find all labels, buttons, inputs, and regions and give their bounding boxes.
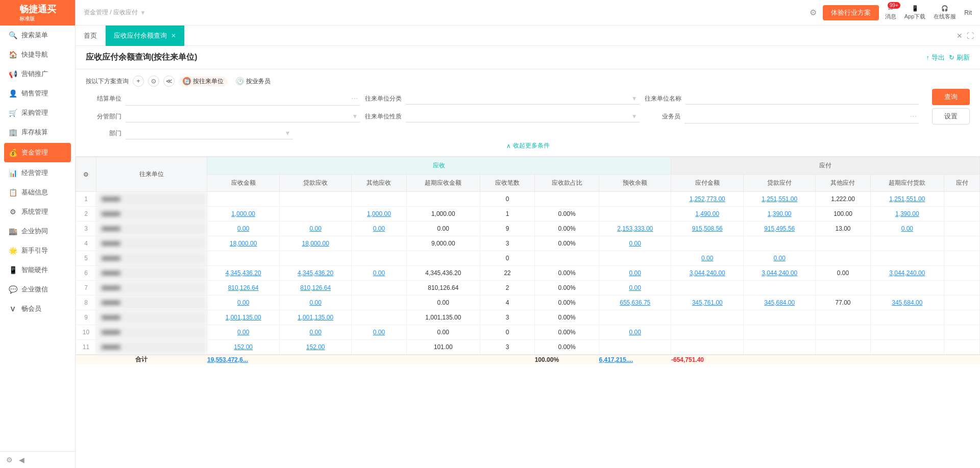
settings-btn[interactable]: 设置 — [932, 108, 970, 125]
filter-department: 分管部门 ▼ — [86, 110, 360, 124]
partner-name-cell: ■■■■■ — [96, 221, 207, 236]
page-header: 应收应付余额查询(按往来单位) ↑ 导出 ↻ 刷新 — [76, 46, 980, 69]
filter-fields-row1: 结算单位 ··· 往来单位分类 ▼ 往来单位名称 — [86, 92, 970, 106]
service-btn[interactable]: 🎧 在线客服 — [934, 5, 956, 20]
logo-sub: 标准版 — [19, 15, 56, 22]
partner-name-label: 往来单位名称 — [645, 94, 681, 103]
scheme-by-partner[interactable]: 🔄 按往来单位 — [179, 76, 228, 87]
refresh-btn[interactable]: ↻ 刷新 — [949, 53, 970, 62]
sidebar-item-hardware[interactable]: 📱 智能硬件 — [0, 260, 75, 280]
scheme-icon-salesman: 🕐 — [236, 77, 244, 85]
header-gear-icon[interactable]: ⚙ — [810, 8, 817, 17]
tab-receivable[interactable]: 应收应付余额查询 ✕ — [106, 26, 185, 46]
footer-advance-balance[interactable]: 6,417,215.... — [599, 355, 671, 364]
partner-name-cell: ■■■■■ — [96, 192, 207, 207]
chevron-down-icon: ▼ — [140, 9, 146, 16]
settlement-dots-icon[interactable]: ··· — [351, 94, 358, 103]
partner-name-cell: ■■■■■ — [96, 295, 207, 310]
th-overdue-payable: 超期应付货款 — [870, 175, 944, 192]
footer-receivable-ratio: 100.00% — [535, 355, 599, 364]
query-btn[interactable]: 查询 — [932, 89, 970, 105]
footer-other-payable — [816, 355, 870, 364]
main-content: 应收应付余额查询(按往来单位) ↑ 导出 ↻ 刷新 按以下方案查询 + ⊙ ≪ … — [76, 46, 980, 468]
sidebar-item-marketing[interactable]: 📢 营销推广 — [0, 64, 75, 84]
filter-scheme-row: 按以下方案查询 + ⊙ ≪ 🔄 按往来单位 🕐 按业务员 — [86, 76, 970, 87]
settlement-unit-input[interactable]: ··· — [126, 92, 360, 106]
settlement-unit-label: 结算单位 — [86, 94, 121, 103]
partner-name-cell: ■■■■■ — [96, 340, 207, 355]
sidebar-item-purchase[interactable]: 🛒 采购管理 — [0, 103, 75, 122]
header: 资金管理 / 应收应付 ▼ ⚙ 体验行业方案 ✉ 99+ 消息 📱 App下载 … — [76, 0, 980, 26]
refresh-icon: ↻ — [949, 54, 954, 61]
user-avatar[interactable]: Rit — [964, 9, 972, 16]
table-row: 6■■■■■4,345,436.204,345,436.200.004,345,… — [76, 266, 980, 281]
page-actions: ↑ 导出 ↻ 刷新 — [926, 53, 970, 62]
partner-name-cell: ■■■■■ — [96, 236, 207, 251]
department-input[interactable]: ▼ — [126, 111, 360, 122]
table-row: 4■■■■■18,000.0018,000.009,000.0030.00%0.… — [76, 236, 980, 251]
page-title: 应收应付余额查询(按往来单位) — [86, 52, 198, 63]
sidebar-item-member[interactable]: V 畅会员 — [0, 299, 75, 318]
chevron-up-icon: ∧ — [506, 142, 511, 150]
table-settings-icon[interactable]: ⚙ — [83, 171, 89, 178]
partner-nature-input[interactable]: ▼ — [406, 111, 639, 122]
sidebar-logo: 畅捷通买 标准版 — [0, 0, 75, 26]
tab-expand-icon[interactable]: ⛶ — [967, 32, 974, 40]
app-icon: 📱 — [912, 5, 919, 12]
settings-bottom-icon[interactable]: ⚙ — [6, 456, 13, 464]
partner-category-arrow-icon: ▼ — [631, 95, 638, 102]
th-payable-col: 应付 — [944, 175, 980, 192]
footer-receivable-amount[interactable]: 19,553,472,6... — [207, 355, 279, 364]
sidebar-item-capital[interactable]: 💰 资金管理 — [4, 143, 71, 162]
collapse-icon[interactable]: ◀ — [19, 456, 24, 464]
partner-nature-arrow-icon: ▼ — [631, 113, 638, 120]
th-receivable-amount: 应收金额 — [207, 175, 279, 192]
sidebar-item-operations[interactable]: 📊 经营管理 — [0, 163, 75, 183]
table-footer: 合计 19,553,472,6... 100.00% 6,417,215....… — [76, 355, 980, 364]
collapse-btn[interactable]: ∧ 收起更多条件 — [506, 141, 550, 150]
sidebar-item-enterprise[interactable]: 🏬 企业协同 — [0, 221, 75, 241]
add-scheme-btn[interactable]: + — [133, 76, 144, 87]
th-settings[interactable]: ⚙ — [76, 157, 96, 192]
capital-icon: 💰 — [8, 149, 17, 157]
export-btn[interactable]: ↑ 导出 — [926, 53, 945, 62]
industry-btn[interactable]: 体验行业方案 — [823, 5, 879, 20]
message-btn[interactable]: ✉ 99+ 消息 — [885, 5, 896, 20]
footer-other-receivable — [352, 355, 406, 364]
tab-home[interactable]: 首页 — [76, 26, 106, 46]
sidebar-item-wechat[interactable]: 💬 企业微信 — [0, 280, 75, 299]
tab-close-icon[interactable]: ✕ — [171, 32, 176, 39]
sidebar-bottom: ⚙ ◀ — [0, 451, 75, 468]
filter-collapse-row: ∧ 收起更多条件 — [86, 141, 970, 150]
dept-input[interactable]: ▼ — [126, 128, 293, 139]
sidebar-item-guide[interactable]: 🌟 新手引导 — [0, 241, 75, 260]
tab-close-all-icon[interactable]: ✕ — [957, 32, 963, 40]
sidebar-item-sales[interactable]: 👤 销售管理 — [0, 84, 75, 103]
logo-icon: 畅捷通买 — [19, 3, 56, 15]
collapse-scheme-btn[interactable]: ≪ — [163, 76, 175, 87]
breadcrumb: 资金管理 / 应收应付 ▼ — [84, 8, 803, 17]
filter-partner-name: 往来单位名称 — [645, 92, 919, 106]
th-loan-receivable: 贷款应收 — [279, 175, 351, 192]
table-container[interactable]: ⚙ 往来单位 应收 应付 应收金额 贷款应收 其他应收 超期应收金额 应收笔数 … — [76, 157, 980, 468]
inventory-icon: 🏢 — [8, 128, 17, 136]
partner-name-input[interactable] — [685, 93, 919, 105]
salesman-dots-icon[interactable]: ··· — [910, 112, 917, 121]
partner-name-cell: ■■■■■ — [96, 251, 207, 266]
sidebar-item-inventory[interactable]: 🏢 库存核算 — [0, 122, 75, 142]
sidebar-item-basic[interactable]: 📋 基础信息 — [0, 183, 75, 202]
sidebar-item-system[interactable]: ⚙ 系统管理 — [0, 202, 75, 221]
th-partner: 往来单位 — [96, 157, 207, 192]
partner-category-label: 往来单位分类 — [365, 94, 402, 103]
app-download-btn[interactable]: 📱 App下载 — [904, 5, 926, 20]
settings-scheme-btn[interactable]: ⊙ — [148, 76, 159, 87]
table-row: 9■■■■■1,001,135.001,001,135.001,001,135.… — [76, 310, 980, 325]
scheme-by-salesman[interactable]: 🕐 按业务员 — [232, 76, 275, 87]
sidebar-item-quicknav[interactable]: 🏠 快捷导航 — [0, 45, 75, 64]
salesman-input[interactable]: ··· — [684, 110, 919, 124]
dept-label: 部门 — [86, 129, 121, 138]
partner-category-input[interactable]: ▼ — [406, 93, 639, 105]
purchase-icon: 🛒 — [8, 109, 17, 117]
sidebar-item-search[interactable]: 🔍 搜索菜单 — [0, 26, 75, 45]
footer-receivable-count — [480, 355, 535, 364]
